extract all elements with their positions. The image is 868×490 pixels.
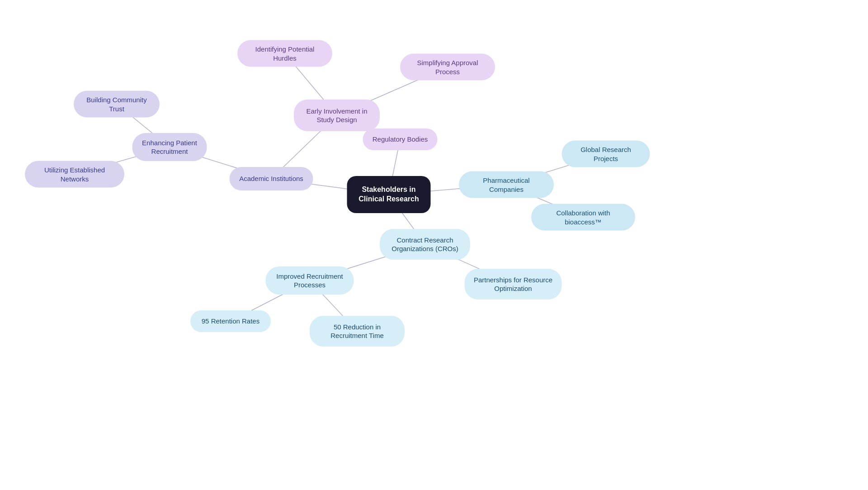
- node-regulatory_bodies: Regulatory Bodies: [363, 128, 438, 150]
- node-label-contract_research: Contract Research Organizations (CROs): [388, 236, 462, 253]
- node-improved_recruitment: Improved Recruitment Processes: [266, 266, 354, 295]
- node-enhancing_patient: Enhancing Patient Recruitment: [132, 133, 207, 161]
- node-label-global_research: Global Research Projects: [570, 145, 642, 163]
- node-center: Stakeholders in Clinical Research: [347, 176, 431, 213]
- node-label-reduction_recruitment: 50 Reduction in Recruitment Time: [318, 323, 396, 340]
- node-building_community: Building Community Trust: [74, 91, 160, 118]
- node-partnerships_resource: Partnerships for Resource Optimization: [465, 269, 562, 300]
- node-contract_research: Contract Research Organizations (CROs): [380, 229, 470, 260]
- node-label-retention_rates: 95 Retention Rates: [202, 317, 259, 326]
- node-label-improved_recruitment: Improved Recruitment Processes: [274, 272, 346, 290]
- node-label-enhancing_patient: Enhancing Patient Recruitment: [141, 138, 199, 156]
- node-reduction_recruitment: 50 Reduction in Recruitment Time: [310, 316, 405, 347]
- node-global_research: Global Research Projects: [562, 141, 650, 167]
- node-simplifying_approval: Simplifying Approval Process: [400, 54, 495, 81]
- node-retention_rates: 95 Retention Rates: [190, 310, 271, 332]
- node-label-partnerships_resource: Partnerships for Resource Optimization: [473, 276, 554, 293]
- node-utilizing_networks: Utilizing Established Networks: [25, 161, 124, 188]
- node-early_involvement: Early Involvement in Study Design: [294, 100, 380, 131]
- node-label-pharmaceutical: Pharmaceutical Companies: [467, 176, 546, 194]
- node-label-collaboration_bioaccess: Collaboration with bioaccess™: [539, 209, 627, 226]
- node-label-identifying_hurdles: Identifying Potential Hurdles: [245, 45, 324, 62]
- node-label-building_community: Building Community Trust: [82, 95, 151, 113]
- node-label-regulatory_bodies: Regulatory Bodies: [373, 135, 428, 144]
- mind-map: Stakeholders in Clinical ResearchAcademi…: [0, 0, 868, 490]
- node-identifying_hurdles: Identifying Potential Hurdles: [237, 40, 332, 67]
- node-label-utilizing_networks: Utilizing Established Networks: [33, 166, 116, 183]
- node-label-simplifying_approval: Simplifying Approval Process: [408, 58, 487, 76]
- node-collaboration_bioaccess: Collaboration with bioaccess™: [531, 204, 635, 231]
- node-label-early_involvement: Early Involvement in Study Design: [302, 107, 372, 124]
- node-pharmaceutical: Pharmaceutical Companies: [459, 171, 554, 198]
- node-label-center: Stakeholders in Clinical Research: [355, 185, 423, 204]
- node-label-academic_institutions: Academic Institutions: [239, 174, 303, 183]
- node-academic_institutions: Academic Institutions: [230, 167, 313, 190]
